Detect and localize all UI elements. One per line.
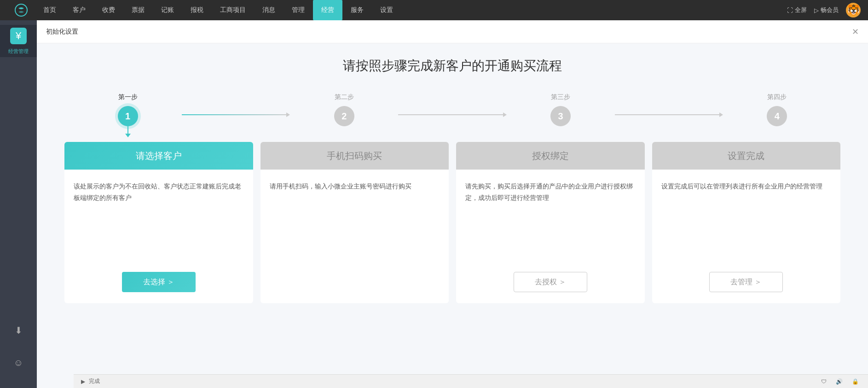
nav-item-bills[interactable]: 票据	[123, 0, 153, 20]
cards-container: 请选择客户 该处展示的客户为不在回收站、客户状态正常建账后完成老板端绑定的所有客…	[55, 142, 850, 303]
nav-item-tax[interactable]: 报税	[182, 0, 212, 20]
nav-item-settings[interactable]: 设置	[372, 0, 401, 20]
connector-2-3	[398, 93, 506, 117]
card2-header: 手机扫码购买	[260, 142, 449, 170]
step3-spacer	[560, 126, 561, 137]
card2-desc: 请用手机扫码，输入小微企业主账号密码进行购买	[270, 182, 411, 190]
step3-label: 第三步	[551, 93, 570, 101]
nav-right-area: ⛶ 全屏 ▷ 畅会员 🐯	[787, 3, 861, 18]
fullscreen-button[interactable]: ⛶ 全屏	[787, 6, 807, 14]
card1-desc: 该处展示的客户为不在回收站、客户状态正常建账后完成老板端绑定的所有客户	[74, 182, 241, 201]
nav-item-management[interactable]: 管理	[284, 0, 313, 20]
card-step4: 设置完成 设置完成后可以在管理列表进行所有企业用户的经营管理 去管理 ＞	[652, 142, 841, 303]
step1-label: 第一步	[118, 93, 138, 101]
step1-down-line	[127, 126, 128, 134]
card-step3: 授权绑定 请先购买，购买后选择开通的产品中的企业用户进行授权绑定，成功后即可进行…	[456, 142, 645, 303]
nav-item-accounts[interactable]: 记账	[153, 0, 182, 20]
app-logo	[7, 4, 35, 17]
vip-label: 畅会员	[821, 6, 839, 14]
card2-title: 手机扫码购买	[327, 150, 382, 162]
connector-3-4	[615, 93, 723, 117]
card2-footer	[260, 285, 449, 303]
step4-spacer	[776, 126, 777, 137]
go-authorize-button[interactable]: 去授权 ＞	[514, 272, 587, 292]
go-manage-label: 去管理 ＞	[730, 277, 762, 287]
status-bar: ▶ 完成 🛡 🔊 🔒 网0 ⏱10	[74, 374, 868, 388]
step-3-node: 第三步 3	[507, 93, 615, 137]
yuan-icon: ¥	[10, 28, 27, 44]
card1-header: 请选择客户	[64, 142, 253, 170]
nav-item-messages[interactable]: 消息	[254, 0, 284, 20]
card-step2: 手机扫码购买 请用手机扫码，输入小微企业主账号密码进行购买	[260, 142, 449, 303]
content-area: 请按照步骤完成新客户的开通购买流程 第一步 1 第二步	[37, 43, 868, 388]
go-select-button[interactable]: 去选择 ＞	[122, 272, 196, 292]
sidebar-item-download[interactable]: ⬇	[0, 314, 37, 347]
main-content: 初始化设置 ✕ 请按照步骤完成新客户的开通购买流程 第一步 1	[37, 20, 868, 388]
nav-menu: 首页 客户 收费 票据 记账 报税 工商项目 消息 管理 经营 服务 设置	[35, 0, 787, 20]
svg-point-0	[15, 4, 27, 16]
sidebar-bottom: ⬇ ☺	[0, 314, 37, 388]
card3-footer: 去授权 ＞	[456, 265, 645, 303]
step3-circle: 3	[550, 106, 571, 126]
step2-label: 第二步	[335, 93, 354, 101]
card1-title: 请选择客户	[136, 150, 182, 162]
card1-body: 该处展示的客户为不在回收站、客户状态正常建账后完成老板端绑定的所有客户	[64, 170, 253, 265]
nav-item-home[interactable]: 首页	[35, 0, 64, 20]
shield-icon: 🛡	[821, 378, 827, 385]
card4-desc: 设置完成后可以在管理列表进行所有企业用户的经营管理	[661, 182, 822, 190]
sidebar-item-help[interactable]: ☺	[0, 347, 37, 379]
go-select-label: 去选择 ＞	[143, 277, 174, 287]
step2-circle: 2	[334, 106, 354, 126]
fullscreen-icon: ⛶	[787, 7, 793, 14]
card4-title: 设置完成	[728, 150, 764, 162]
download-icon: ⬇	[15, 325, 23, 336]
step1-arrow-down	[125, 134, 131, 137]
card3-desc: 请先购买，购买后选择开通的产品中的企业用户进行授权绑定，成功后即可进行经营管理	[465, 182, 633, 201]
top-navigation: 首页 客户 收费 票据 记账 报税 工商项目 消息 管理 经营 服务 设置 ⛶ …	[0, 0, 868, 20]
card3-header: 授权绑定	[456, 142, 645, 170]
card2-body: 请用手机扫码，输入小微企业主账号密码进行购买	[260, 170, 449, 285]
step-4-node: 第四步 4	[723, 93, 831, 137]
card-step1: 请选择客户 该处展示的客户为不在回收站、客户状态正常建账后完成老板端绑定的所有客…	[64, 142, 253, 303]
steps-row: 第一步 1 第二步 2	[55, 93, 850, 137]
close-button[interactable]: ✕	[852, 27, 859, 37]
nav-item-fees[interactable]: 收费	[94, 0, 123, 20]
step-2-node: 第二步 2	[290, 93, 398, 137]
status-right: 🛡 🔊 🔒 网0 ⏱10	[821, 377, 868, 385]
nav-item-business[interactable]: 工商项目	[212, 0, 254, 20]
play-icon: ▶	[81, 378, 85, 385]
fullscreen-label: 全屏	[795, 6, 807, 14]
step-1-node: 第一步 1	[74, 93, 182, 137]
nav-item-services[interactable]: 服务	[342, 0, 372, 20]
help-icon: ☺	[14, 358, 23, 368]
sidebar-item-label: 经营管理	[8, 48, 29, 55]
go-manage-button[interactable]: 去管理 ＞	[709, 272, 783, 292]
card4-header: 设置完成	[652, 142, 841, 170]
nav-item-operations[interactable]: 经营	[313, 0, 342, 20]
card3-body: 请先购买，购买后选择开通的产品中的企业用户进行授权绑定，成功后即可进行经营管理	[456, 170, 645, 265]
vip-button[interactable]: ▷ 畅会员	[814, 6, 839, 14]
vip-icon: ▷	[814, 7, 819, 14]
sidebar: ¥ 经营管理 ⬇ ☺	[0, 20, 37, 388]
breadcrumb-bar: 初始化设置 ✕	[37, 20, 868, 43]
lock-icon: 🔒	[852, 378, 859, 385]
go-authorize-label: 去授权 ＞	[535, 277, 566, 287]
nav-item-clients[interactable]: 客户	[64, 0, 94, 20]
page-title: 请按照步骤完成新客户的开通购买流程	[55, 57, 850, 75]
step2-spacer	[344, 126, 345, 137]
step4-circle: 4	[767, 106, 787, 126]
step4-label: 第四步	[767, 93, 787, 101]
status-text: 完成	[89, 377, 100, 385]
volume-icon: 🔊	[836, 378, 843, 385]
breadcrumb: 初始化设置	[46, 28, 78, 36]
card4-body: 设置完成后可以在管理列表进行所有企业用户的经营管理	[652, 170, 841, 265]
card1-footer: 去选择 ＞	[64, 265, 253, 303]
user-avatar[interactable]: 🐯	[846, 3, 861, 18]
card3-title: 授权绑定	[532, 150, 569, 162]
sidebar-item-operations-mgmt[interactable]: ¥ 经营管理	[0, 25, 37, 57]
step1-circle: 1	[118, 106, 138, 126]
connector-1-2	[182, 93, 290, 117]
card4-footer: 去管理 ＞	[652, 265, 841, 303]
